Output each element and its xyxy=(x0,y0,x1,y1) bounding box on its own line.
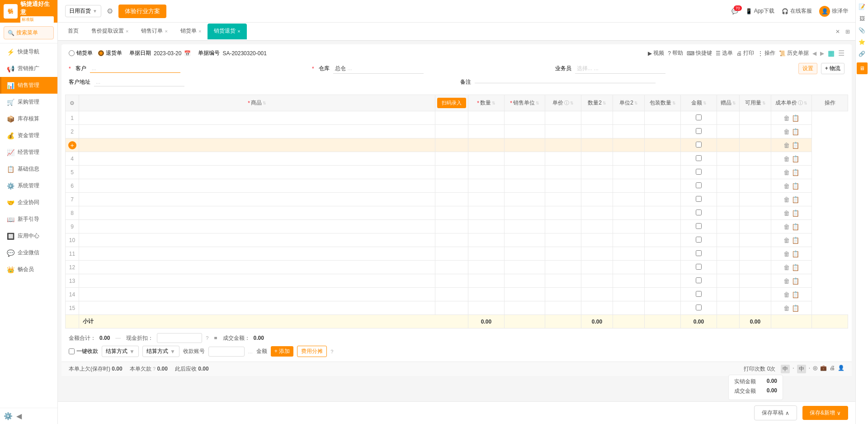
calendar-icon[interactable]: 📅 xyxy=(184,50,191,57)
copy-row-btn[interactable]: 📋 xyxy=(792,155,799,162)
fee-info-icon[interactable]: ? xyxy=(330,349,333,354)
amount-cell[interactable] xyxy=(645,274,681,288)
discount-info-icon[interactable]: ? xyxy=(206,335,208,341)
available-cell[interactable] xyxy=(717,288,740,301)
billing-method-select[interactable]: 结算方式 ▼ xyxy=(142,346,179,357)
gift-checkbox[interactable] xyxy=(696,114,702,120)
topbar-settings-icon[interactable]: ⚙ xyxy=(107,7,113,15)
sidebar-item-system[interactable]: ⚙️ 系统管理 xyxy=(0,177,57,194)
col-settings-icon[interactable]: ⚙ xyxy=(70,100,75,106)
qty2-cell[interactable] xyxy=(545,179,581,193)
pack-qty-cell[interactable] xyxy=(613,261,645,274)
pack-qty-cell[interactable] xyxy=(613,247,645,261)
copy-row-btn[interactable]: 📋 xyxy=(792,237,799,244)
pack-qty-cell[interactable] xyxy=(613,138,645,152)
sales-unit-cell[interactable] xyxy=(468,179,505,193)
gift-check-cell[interactable] xyxy=(681,301,717,315)
sales-unit-cell[interactable] xyxy=(468,138,505,152)
one-click-checkbox[interactable]: 一键收款 xyxy=(69,348,98,355)
gift-checkbox[interactable] xyxy=(696,291,702,297)
view-grid-icon[interactable]: ▦ xyxy=(828,49,835,57)
copy-row-btn[interactable]: 📋 xyxy=(792,277,799,285)
copy-row-btn[interactable]: 📋 xyxy=(792,196,799,203)
col-scan-header[interactable]: 扫码录入 xyxy=(435,95,468,111)
unit2-cell[interactable] xyxy=(581,152,613,166)
gift-check-cell[interactable] xyxy=(681,166,717,179)
qty2-cell[interactable] xyxy=(545,301,581,315)
available-cell[interactable] xyxy=(717,166,740,179)
tab-sales-delivery[interactable]: 销货单 × xyxy=(174,24,208,39)
qty2-cell[interactable] xyxy=(545,125,581,138)
copy-row-btn[interactable]: 📋 xyxy=(792,264,799,271)
cost-price-cell[interactable] xyxy=(740,152,771,166)
available-cell[interactable] xyxy=(717,261,740,274)
sales-unit-cell[interactable] xyxy=(468,166,505,179)
gift-checkbox[interactable] xyxy=(696,196,702,202)
amount-cell[interactable] xyxy=(645,179,681,193)
cost-price-cell[interactable] xyxy=(740,261,771,274)
nav-select[interactable]: 日用百货 ▼ xyxy=(65,5,101,17)
gift-check-cell[interactable] xyxy=(681,288,717,301)
unit-price-cell[interactable] xyxy=(505,125,545,138)
qty-cell[interactable] xyxy=(435,274,468,288)
amount-cell[interactable] xyxy=(645,166,681,179)
pack-qty-cell[interactable] xyxy=(613,111,645,125)
unit-price-cell[interactable] xyxy=(505,233,545,247)
nav-next-icon[interactable]: ▶ xyxy=(820,50,824,57)
available-cell[interactable] xyxy=(717,179,740,193)
unit2-cell[interactable] xyxy=(581,288,613,301)
qty2-cell[interactable] xyxy=(545,247,581,261)
delete-row-btn[interactable]: 🗑 xyxy=(783,182,790,190)
unit-price-cell[interactable] xyxy=(505,220,545,233)
gift-check-cell[interactable] xyxy=(681,125,717,138)
right-image-btn[interactable]: 🖼 xyxy=(859,15,865,22)
available-cell[interactable] xyxy=(717,233,740,247)
qty2-sort-icon[interactable]: ⇅ xyxy=(603,101,606,105)
sidebar-item-member[interactable]: 👑 畅会员 xyxy=(0,261,57,278)
unit2-cell[interactable] xyxy=(581,111,613,125)
available-cell[interactable] xyxy=(717,193,740,206)
experience-btn[interactable]: 体验行业方案 xyxy=(118,5,166,18)
amount-cell[interactable] xyxy=(645,152,681,166)
sidebar-item-finance[interactable]: 💰 资金管理 xyxy=(0,127,57,144)
video-btn[interactable]: ▶ 视频 xyxy=(648,49,664,57)
sidebar-collapse-icon[interactable]: ◀ xyxy=(16,412,22,420)
cost-price-cell[interactable] xyxy=(740,193,771,206)
cost-price-cell[interactable] xyxy=(740,233,771,247)
delete-row-btn[interactable]: 🗑 xyxy=(783,237,790,244)
qty2-cell[interactable] xyxy=(545,166,581,179)
qty2-cell[interactable] xyxy=(545,193,581,206)
cost-price-cell[interactable] xyxy=(740,247,771,261)
printer-icon[interactable]: 🖨 xyxy=(830,365,835,373)
unit-price-cell[interactable] xyxy=(505,111,545,125)
gift-check-cell[interactable] xyxy=(681,179,717,193)
online-service[interactable]: 🎧 在线客服 xyxy=(782,7,812,15)
pack-qty-cell[interactable] xyxy=(613,220,645,233)
delete-row-btn[interactable]: 🗑 xyxy=(783,169,790,176)
available-cell[interactable] xyxy=(717,111,740,125)
unit-price-cell[interactable] xyxy=(505,179,545,193)
avail-sort-icon[interactable]: ⇅ xyxy=(762,101,766,105)
pack-qty-cell[interactable] xyxy=(613,193,645,206)
copy-row-btn[interactable]: 📋 xyxy=(792,223,799,230)
account-input[interactable] xyxy=(208,347,245,357)
print-btn[interactable]: 🖨 打印 xyxy=(736,49,754,57)
sales-unit-cell[interactable] xyxy=(468,233,505,247)
logistics-btn[interactable]: + 物流 xyxy=(821,63,844,74)
amount-cell[interactable] xyxy=(645,261,681,274)
unit2-cell[interactable] xyxy=(581,233,613,247)
available-cell[interactable] xyxy=(717,274,740,288)
sales-unit-cell[interactable] xyxy=(468,220,505,233)
gift-checkbox[interactable] xyxy=(696,223,702,229)
gift-check-cell[interactable] xyxy=(681,247,717,261)
tab-sales-return[interactable]: 销货退货 × xyxy=(208,24,246,39)
gift-check-cell[interactable] xyxy=(681,233,717,247)
sales-unit-cell[interactable] xyxy=(468,261,505,274)
qty2-cell[interactable] xyxy=(545,152,581,166)
unit-price-cell[interactable] xyxy=(505,301,545,315)
delete-row-btn[interactable]: 🗑 xyxy=(783,196,790,203)
briefcase-icon[interactable]: 💼 xyxy=(820,365,827,373)
save-draft-button[interactable]: 保存草稿 ∧ xyxy=(754,405,797,420)
amount-cell[interactable] xyxy=(645,125,681,138)
help-btn[interactable]: ? 帮助 xyxy=(668,49,683,57)
